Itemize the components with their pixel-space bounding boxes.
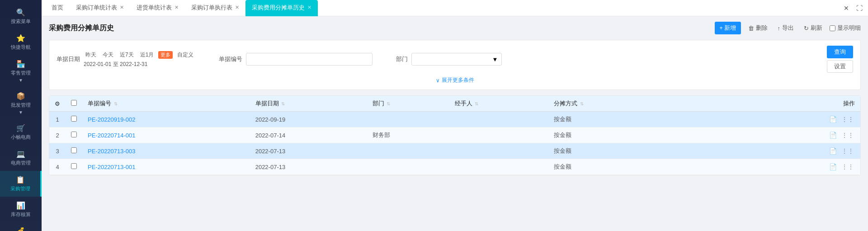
- query-button[interactable]: 查询: [827, 46, 853, 58]
- tab-purchase-exec[interactable]: 采购订单执行表 ✕: [185, 0, 245, 16]
- delete-button[interactable]: 🗑 删除: [745, 22, 770, 34]
- more-action-icon[interactable]: ⋮⋮: [840, 131, 855, 140]
- row-no: 4: [49, 159, 66, 175]
- close-tab-purchase-stats[interactable]: ✕: [120, 5, 124, 10]
- date-label: 单据日期: [57, 55, 80, 63]
- sidebar-item-ecommerce[interactable]: 💻 电商管理: [0, 145, 42, 171]
- sidebar-item-purchase[interactable]: 📋 采购管理: [0, 171, 42, 197]
- maximize-icon[interactable]: ⛶: [854, 4, 864, 13]
- chart-icon: 📊: [16, 201, 25, 210]
- row-date: 2022-07-13: [250, 159, 367, 175]
- select-all-checkbox[interactable]: [71, 100, 77, 106]
- sort-icon: ⇅: [387, 101, 390, 106]
- expand-conditions-btn[interactable]: ∨ 展开更多条件: [57, 76, 853, 84]
- delete-icon: 🗑: [748, 25, 754, 32]
- page-header: 采购费用分摊单历史 + 新增 🗑 删除 ↑ 导出 ↻ 刷新 显示明细: [49, 22, 861, 34]
- shop-icon: 🏪: [16, 60, 25, 68]
- number-input[interactable]: [246, 53, 373, 66]
- row-handler: [449, 143, 548, 159]
- row-checkbox[interactable]: [71, 116, 77, 122]
- page-content: 采购费用分摊单历史 + 新增 🗑 删除 ↑ 导出 ↻ 刷新 显示明细: [42, 16, 868, 231]
- sidebar-item-capital[interactable]: 💰 资金管理: [0, 222, 42, 231]
- sidebar-item-inventory[interactable]: 📊 库存核算: [0, 197, 42, 222]
- row-checkbox[interactable]: [71, 163, 77, 169]
- more-action-icon[interactable]: ⋮⋮: [840, 162, 855, 171]
- export-button[interactable]: ↑ 导出: [775, 22, 797, 34]
- tab-inbound-stats[interactable]: 进货单统计表 ✕: [130, 0, 185, 16]
- main-area: 首页 采购订单统计表 ✕ 进货单统计表 ✕ 采购订单执行表 ✕ 采购费用分摊单历…: [42, 0, 868, 231]
- row-number: PE-20220713-003: [82, 143, 250, 159]
- page-title: 采购费用分摊单历史: [49, 24, 114, 33]
- more-action-icon[interactable]: ⋮⋮: [840, 146, 855, 156]
- th-number[interactable]: 单据编号 ⇅: [82, 96, 250, 112]
- close-tab-purchase-exec[interactable]: ✕: [235, 5, 239, 10]
- row-number: PE-20220714-001: [82, 127, 250, 143]
- row-handler: [449, 159, 548, 175]
- table-row: 3 PE-20220713-003 2022-07-13 按金额: [49, 143, 860, 159]
- close-tab-inbound-stats[interactable]: ✕: [175, 5, 179, 10]
- today-btn[interactable]: 今天: [101, 51, 115, 59]
- view-action-icon[interactable]: 📄: [828, 162, 838, 171]
- row-split-method: 按金额: [548, 143, 820, 159]
- sidebar-item-retail[interactable]: 🏪 零售管理 ▼: [0, 55, 42, 87]
- close-all-tabs-icon[interactable]: ✕: [842, 4, 851, 13]
- sidebar-item-search[interactable]: 🔍 搜索菜单: [0, 4, 42, 29]
- th-date[interactable]: 单据日期 ⇅: [250, 96, 367, 112]
- tab-purchase-stats[interactable]: 采购订单统计表 ✕: [70, 0, 130, 16]
- sidebar-item-wholesale[interactable]: 📦 批发管理 ▼: [0, 87, 42, 119]
- dept-select[interactable]: ▼: [411, 53, 502, 66]
- row-number-link[interactable]: PE-20220713-001: [88, 164, 136, 170]
- th-checkbox: [66, 96, 82, 112]
- row-split-method: 按金额: [548, 127, 820, 143]
- row-number-link[interactable]: PE-20220713-003: [88, 148, 136, 155]
- row-number-link[interactable]: PE-20220919-002: [88, 116, 136, 123]
- more-action-icon[interactable]: ⋮⋮: [840, 115, 855, 124]
- sidebar-item-mini-shop[interactable]: 🛒 小畅电商: [0, 119, 42, 145]
- search-area: 单据日期 昨天 今天 近7天 近1月 更多 自定义 2022-01-01 至 2…: [49, 40, 861, 90]
- row-no: 2: [49, 127, 66, 143]
- sort-icon: ⇅: [281, 101, 285, 106]
- search-row: 单据日期 昨天 今天 近7天 近1月 更多 自定义 2022-01-01 至 2…: [57, 46, 853, 73]
- table-row: 4 PE-20220713-001 2022-07-13 按金额: [49, 159, 860, 175]
- search-icon: 🔍: [16, 8, 25, 17]
- chevron-down-icon: ∨: [436, 77, 440, 84]
- row-actions: 📄 ⋮⋮: [820, 143, 860, 159]
- th-split-method[interactable]: 分摊方式 ⇅: [548, 96, 820, 112]
- tab-home[interactable]: 首页: [45, 0, 70, 16]
- row-number-link[interactable]: PE-20220714-001: [88, 132, 136, 139]
- th-dept[interactable]: 部门 ⇅: [367, 96, 449, 112]
- view-action-icon[interactable]: 📄: [828, 146, 838, 156]
- refresh-icon: ↻: [804, 25, 809, 32]
- show-columns-checkbox[interactable]: [830, 25, 835, 31]
- view-action-icon[interactable]: 📄: [828, 115, 838, 124]
- add-button[interactable]: + 新增: [715, 22, 741, 34]
- table-row: 2 PE-20220714-001 2022-07-14 财务部 按金额: [49, 127, 860, 143]
- refresh-button[interactable]: ↻ 刷新: [801, 22, 825, 34]
- tab-purchase-split-history[interactable]: 采购费用分摊单历史 ✕: [245, 0, 318, 16]
- last1month-btn[interactable]: 近1月: [138, 51, 156, 59]
- th-handler[interactable]: 经手人 ⇅: [449, 96, 548, 112]
- row-number: PE-20220713-001: [82, 159, 250, 175]
- row-split-method: 按金额: [548, 112, 820, 127]
- custom-btn[interactable]: 自定义: [175, 51, 195, 59]
- settings-button[interactable]: 设置: [827, 60, 853, 73]
- close-tab-purchase-split-history[interactable]: ✕: [307, 5, 311, 10]
- th-action: 操作: [820, 96, 860, 112]
- row-actions: 📄 ⋮⋮: [820, 112, 860, 127]
- toolbar: + 新增 🗑 删除 ↑ 导出 ↻ 刷新 显示明细: [715, 22, 861, 34]
- sidebar-item-quick-nav[interactable]: ⭐ 快捷导航: [0, 29, 42, 55]
- row-dept: [367, 143, 449, 159]
- star-icon: ⭐: [16, 34, 25, 42]
- row-checkbox[interactable]: [71, 132, 77, 137]
- date-range-display: 2022-01-01 至 2022-12-31: [84, 61, 195, 68]
- view-action-icon[interactable]: 📄: [828, 131, 838, 140]
- clipboard-icon: 📋: [16, 175, 25, 184]
- last7days-btn[interactable]: 近7天: [118, 51, 136, 59]
- row-checkbox[interactable]: [71, 147, 77, 153]
- th-settings[interactable]: ⚙: [49, 96, 66, 112]
- show-columns-toggle[interactable]: 显示明细: [830, 24, 861, 32]
- chevron-down-icon: ▼: [492, 56, 498, 63]
- more-btn[interactable]: 更多: [158, 51, 173, 59]
- number-label: 单据编号: [219, 55, 242, 63]
- yesterday-btn[interactable]: 昨天: [84, 51, 98, 59]
